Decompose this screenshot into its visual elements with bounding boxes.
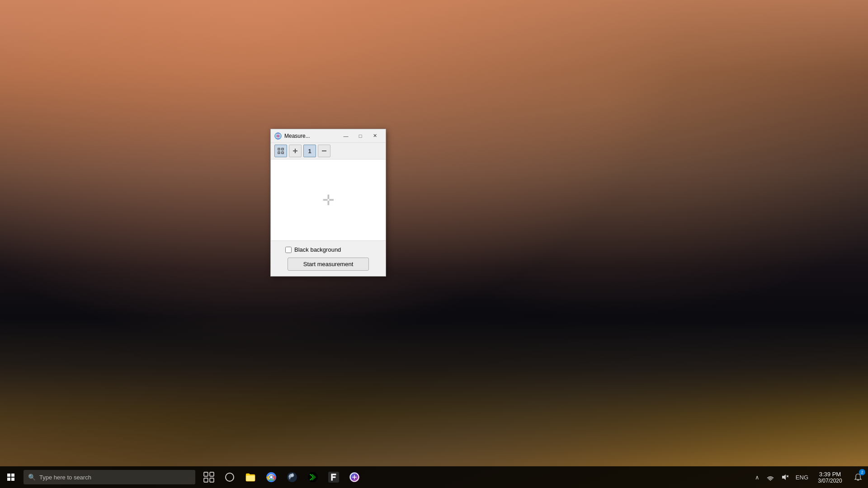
svg-rect-26 bbox=[333, 476, 336, 478]
cortana-icon bbox=[225, 473, 234, 482]
language-text: ENG bbox=[796, 474, 808, 481]
windows-logo-icon bbox=[7, 474, 14, 481]
city-overlay bbox=[0, 0, 868, 488]
notification-count: 2 bbox=[859, 469, 865, 475]
show-hidden-icons-button[interactable]: ∧ bbox=[755, 474, 760, 481]
file-explorer-button[interactable] bbox=[241, 466, 260, 488]
close-button[interactable]: ✕ bbox=[368, 131, 382, 141]
black-background-checkbox[interactable] bbox=[285, 247, 292, 253]
app-window: Measure... — □ ✕ 1 bbox=[270, 129, 386, 277]
network-icon-area[interactable] bbox=[763, 474, 778, 481]
measure-app-button[interactable] bbox=[344, 466, 364, 488]
minus-toolbar-btn[interactable] bbox=[318, 145, 330, 157]
cortana-button[interactable] bbox=[220, 466, 240, 488]
razer-button[interactable] bbox=[303, 466, 323, 488]
taskview-icon bbox=[203, 472, 214, 483]
measure-icon bbox=[349, 472, 359, 482]
one-toolbar-btn[interactable]: 1 bbox=[303, 145, 316, 157]
language-indicator[interactable]: ENG bbox=[792, 474, 812, 481]
search-icon: 🔍 bbox=[28, 474, 36, 481]
epic-games-icon bbox=[328, 472, 339, 483]
svg-rect-15 bbox=[210, 478, 214, 482]
steam-button[interactable] bbox=[282, 466, 302, 488]
svg-rect-12 bbox=[204, 472, 208, 476]
svg-point-21 bbox=[291, 474, 293, 476]
window-controls: — □ ✕ bbox=[339, 131, 382, 141]
volume-muted-icon bbox=[781, 474, 788, 481]
svg-rect-8 bbox=[282, 152, 283, 154]
folder-icon bbox=[245, 472, 256, 483]
svg-point-19 bbox=[270, 476, 272, 478]
clock-time: 3:39 PM bbox=[819, 471, 841, 478]
maximize-button[interactable]: □ bbox=[353, 131, 368, 141]
network-icon bbox=[767, 474, 774, 481]
title-bar[interactable]: Measure... — □ ✕ bbox=[271, 129, 386, 143]
chrome-button[interactable] bbox=[261, 466, 281, 488]
search-placeholder: Type here to search bbox=[39, 474, 91, 481]
start-button[interactable] bbox=[0, 466, 22, 488]
notification-center-button[interactable]: 2 bbox=[848, 466, 868, 488]
svg-rect-6 bbox=[282, 148, 283, 150]
taskview-button[interactable] bbox=[199, 466, 219, 488]
taskbar-app-icons bbox=[199, 466, 364, 488]
move-cursor-icon: ✛ bbox=[322, 192, 335, 209]
svg-rect-13 bbox=[210, 472, 214, 476]
svg-rect-25 bbox=[333, 474, 336, 475]
svg-point-30 bbox=[770, 480, 771, 481]
taskbar-search-bar[interactable]: 🔍 Type here to search bbox=[24, 470, 195, 484]
start-measurement-button[interactable]: Start measurement bbox=[288, 258, 369, 271]
razer-icon bbox=[307, 472, 318, 483]
chrome-icon bbox=[266, 472, 277, 483]
svg-rect-7 bbox=[278, 152, 280, 154]
volume-icon-area[interactable] bbox=[778, 474, 792, 481]
minimize-button[interactable]: — bbox=[339, 131, 353, 141]
black-background-label: Black background bbox=[294, 246, 341, 253]
controls-area: Black background Start measurement bbox=[271, 241, 386, 276]
black-background-checkbox-label[interactable]: Black background bbox=[285, 246, 341, 253]
clock[interactable]: 3:39 PM 3/07/2020 bbox=[812, 466, 848, 488]
svg-rect-24 bbox=[331, 474, 333, 480]
steam-icon bbox=[287, 472, 297, 483]
svg-rect-14 bbox=[204, 478, 208, 482]
fullscreen-toolbar-btn[interactable] bbox=[274, 145, 287, 157]
clock-date: 3/07/2020 bbox=[818, 478, 842, 484]
add-toolbar-btn[interactable] bbox=[289, 145, 302, 157]
measurement-canvas[interactable]: ✛ bbox=[271, 160, 386, 241]
system-tray: ∧ ENG 3:39 PM 3/07/2020 bbox=[751, 466, 868, 488]
epic-games-button[interactable] bbox=[324, 466, 344, 488]
svg-point-4 bbox=[277, 135, 279, 137]
toolbar: 1 bbox=[271, 143, 386, 160]
taskbar: 🔍 Type here to search bbox=[0, 466, 868, 488]
app-icon bbox=[274, 132, 282, 140]
svg-rect-5 bbox=[278, 148, 280, 150]
window-title: Measure... bbox=[284, 133, 339, 139]
tray-icons[interactable]: ∧ bbox=[751, 474, 763, 481]
